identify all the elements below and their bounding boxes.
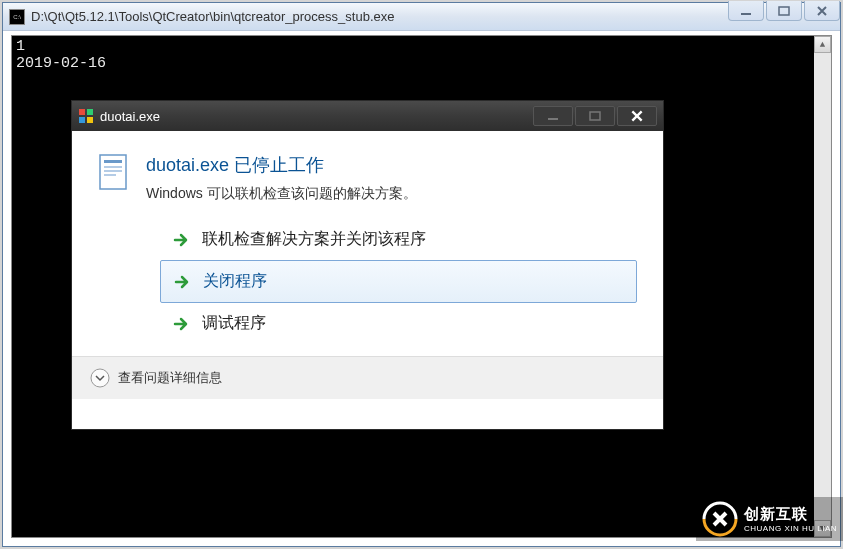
close-program-option[interactable]: 关闭程序 [160, 260, 637, 303]
arrow-right-icon [172, 315, 190, 333]
close-icon [816, 5, 828, 17]
console-title: D:\Qt\Qt5.12.1\Tools\QtCreator\bin\qtcre… [31, 9, 834, 24]
option-label: 调试程序 [202, 313, 266, 334]
svg-rect-0 [741, 13, 751, 15]
chevron-down-icon [90, 368, 110, 388]
svg-rect-9 [104, 160, 122, 163]
close-icon [630, 109, 644, 123]
option-label: 关闭程序 [203, 271, 267, 292]
close-button[interactable] [804, 1, 840, 21]
svg-rect-4 [79, 117, 85, 123]
dialog-title: duotai.exe [100, 109, 531, 124]
details-label: 查看问题详细信息 [118, 369, 222, 387]
minimize-button[interactable] [728, 1, 764, 21]
scroll-track[interactable] [814, 53, 831, 520]
console-titlebar[interactable]: D:\Qt\Qt5.12.1\Tools\QtCreator\bin\qtcre… [3, 3, 840, 31]
dialog-footer[interactable]: 查看问题详细信息 [72, 357, 663, 399]
svg-rect-2 [79, 109, 85, 115]
watermark-logo: 创新互联 CHUANG XIN HU LIAN [696, 497, 843, 541]
logo-cn: 创新互联 [744, 505, 837, 524]
svg-rect-7 [590, 112, 600, 120]
svg-point-13 [91, 369, 109, 387]
maximize-icon [589, 110, 601, 122]
window-controls [728, 1, 840, 21]
svg-rect-11 [104, 170, 122, 172]
debug-program-option[interactable]: 调试程序 [160, 303, 637, 344]
option-label: 联机检查解决方案并关闭该程序 [202, 229, 426, 250]
minimize-icon [740, 5, 752, 17]
dialog-titlebar[interactable]: duotai.exe [72, 101, 663, 131]
option-list: 联机检查解决方案并关闭该程序 关闭程序 调试程序 [160, 219, 637, 344]
check-online-option[interactable]: 联机检查解决方案并关闭该程序 [160, 219, 637, 260]
error-dialog: duotai.exe duotai.exe 已停止工作 [71, 100, 664, 430]
arrow-right-icon [172, 231, 190, 249]
svg-rect-10 [104, 166, 122, 168]
report-icon [98, 153, 130, 191]
maximize-icon [778, 5, 790, 17]
console-line: 1 [16, 38, 25, 55]
scroll-up-button[interactable]: ▲ [814, 36, 831, 53]
console-line: 2019-02-16 [16, 55, 106, 72]
svg-rect-3 [87, 109, 93, 115]
arrow-right-icon [173, 273, 191, 291]
dialog-window-controls [531, 106, 657, 126]
maximize-button[interactable] [766, 1, 802, 21]
svg-rect-5 [87, 117, 93, 123]
dialog-subheading: Windows 可以联机检查该问题的解决方案。 [146, 185, 637, 203]
svg-rect-6 [548, 118, 558, 120]
logo-icon [702, 501, 738, 537]
svg-rect-12 [104, 174, 116, 176]
logo-en: CHUANG XIN HU LIAN [744, 524, 837, 533]
minimize-icon [547, 110, 559, 122]
svg-rect-1 [779, 7, 789, 15]
logo-text: 创新互联 CHUANG XIN HU LIAN [744, 505, 837, 533]
dialog-close-button[interactable] [617, 106, 657, 126]
dialog-maximize-button [575, 106, 615, 126]
app-icon [78, 108, 94, 124]
scrollbar[interactable]: ▲ ▼ [814, 36, 831, 537]
console-icon [9, 9, 25, 25]
dialog-body: duotai.exe 已停止工作 Windows 可以联机检查该问题的解决方案。… [72, 131, 663, 357]
dialog-heading: duotai.exe 已停止工作 [146, 153, 637, 177]
dialog-minimize-button [533, 106, 573, 126]
